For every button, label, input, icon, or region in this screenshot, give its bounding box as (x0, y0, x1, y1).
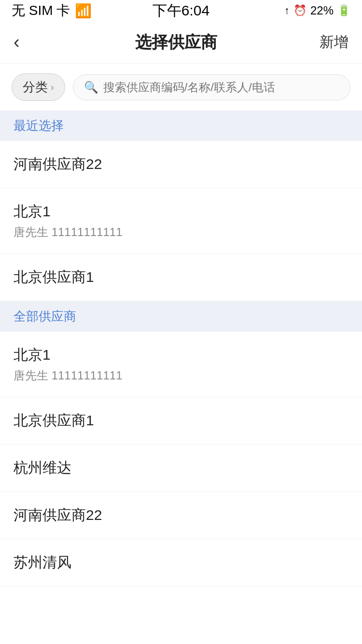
item-name: 北京1 (14, 345, 348, 365)
recent-section-label: 最近选择 (14, 118, 64, 133)
search-box[interactable]: 🔍 (73, 74, 350, 100)
filter-bar: 分类 › 🔍 (0, 64, 362, 111)
category-label: 分类 (23, 79, 48, 96)
item-sub: 唐先生 11111111111 (14, 368, 348, 383)
list-item[interactable]: 河南供应商22 (0, 492, 362, 539)
recent-section-header: 最近选择 (0, 111, 362, 141)
list-item[interactable]: 杭州维达 (0, 445, 362, 492)
search-icon: 🔍 (84, 81, 98, 94)
category-button[interactable]: 分类 › (12, 73, 65, 101)
page-title: 选择供应商 (135, 31, 217, 54)
list-item[interactable]: 苏州清风 (0, 539, 362, 587)
status-bar: 无 SIM 卡 📶 下午6:04 ↑ ⏰ 22% 🔋 (0, 0, 362, 21)
status-right: ↑ ⏰ 22% 🔋 (284, 4, 350, 17)
item-name: 北京供应商1 (14, 267, 348, 287)
item-name: 河南供应商22 (14, 154, 348, 174)
battery-text: 22% (310, 4, 334, 17)
item-name: 苏州清风 (14, 553, 348, 573)
alarm-icon: ⏰ (293, 4, 306, 17)
item-sub: 唐先生 11111111111 (14, 224, 348, 240)
status-time: 下午6:04 (153, 1, 209, 21)
list-item[interactable]: 北京1唐先生 11111111111 (0, 332, 362, 397)
recent-list: 河南供应商22北京1唐先生 11111111111北京供应商1 (0, 141, 362, 301)
item-name: 河南供应商22 (14, 505, 348, 525)
list-item[interactable]: 河南供应商22 (0, 141, 362, 188)
chevron-right-icon: › (51, 82, 54, 93)
location-icon: ↑ (284, 4, 290, 17)
list-item[interactable]: 北京供应商1 (0, 254, 362, 301)
back-button[interactable]: ‹ (14, 32, 42, 53)
all-section-header: 全部供应商 (0, 301, 362, 332)
wifi-icon: 📶 (75, 3, 92, 19)
all-list: 北京1唐先生 11111111111北京供应商1杭州维达河南供应商22苏州清风 (0, 332, 362, 587)
sim-text: 无 SIM 卡 (12, 1, 70, 20)
add-button[interactable]: 新增 (310, 32, 348, 52)
battery-icon: 🔋 (337, 4, 350, 17)
item-name: 北京供应商1 (14, 411, 348, 431)
item-name: 北京1 (14, 202, 348, 222)
nav-bar: ‹ 选择供应商 新增 (0, 21, 362, 64)
all-section-label: 全部供应商 (14, 309, 76, 323)
status-left: 无 SIM 卡 📶 (12, 1, 92, 20)
list-item[interactable]: 北京供应商1 (0, 397, 362, 445)
search-input[interactable] (103, 81, 339, 94)
list-item[interactable]: 北京1唐先生 11111111111 (0, 188, 362, 254)
item-name: 杭州维达 (14, 458, 348, 478)
